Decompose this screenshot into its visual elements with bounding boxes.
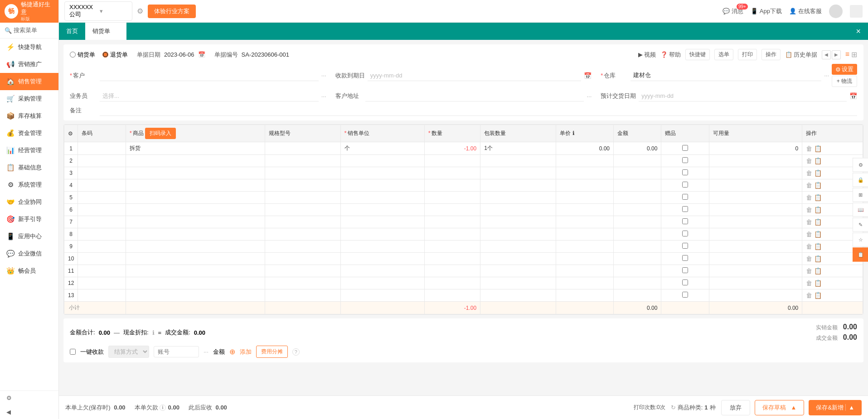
delete-row-btn[interactable]: 🗑 (806, 255, 812, 262)
sidebar-item-basic[interactable]: 📋基础信息 (0, 159, 58, 176)
cell-amount[interactable] (614, 167, 661, 179)
cell-amount[interactable] (614, 253, 661, 265)
copy-row-btn[interactable]: 📋 (814, 194, 822, 201)
add-icon[interactable]: ⊕ (229, 347, 235, 356)
cell-amount[interactable] (614, 241, 661, 253)
cell-quantity[interactable] (424, 265, 480, 277)
cell-spec[interactable] (265, 289, 340, 302)
cell-gift[interactable] (661, 289, 709, 302)
cell-amount[interactable]: 0.00 (614, 142, 661, 155)
sidebar-item-system[interactable]: ⚙系统管理 (0, 176, 58, 193)
copy-row-btn[interactable]: 📋 (814, 267, 822, 275)
scan-button[interactable]: 扫码录入 (145, 128, 176, 139)
cell-barcode[interactable] (78, 179, 126, 192)
shortcut-button[interactable]: 快捷键 (685, 49, 710, 60)
right-btn-qa[interactable]: 📖 (853, 202, 868, 217)
cell-unit-price[interactable] (556, 228, 614, 241)
cell-pack-qty[interactable]: 1个 (480, 142, 556, 155)
cell-amount[interactable] (614, 289, 661, 302)
gift-checkbox[interactable] (682, 218, 688, 224)
cell-barcode[interactable] (78, 167, 126, 179)
cell-amount[interactable] (614, 179, 661, 192)
cell-unit[interactable] (340, 289, 424, 302)
cell-spec[interactable] (265, 204, 340, 216)
cell-gift[interactable] (661, 253, 709, 265)
grid-layout-icon[interactable]: ⊞ (851, 50, 857, 59)
cell-unit[interactable] (340, 277, 424, 289)
cell-quantity[interactable] (424, 204, 480, 216)
cell-spec[interactable] (265, 192, 340, 204)
copy-row-btn[interactable]: 📋 (814, 182, 822, 189)
copy-row-btn[interactable]: 📋 (814, 157, 822, 164)
list-layout-icon[interactable]: ≡ (845, 50, 849, 59)
cell-quantity[interactable] (424, 289, 480, 302)
cell-unit-price[interactable] (556, 277, 614, 289)
radio-sale-input[interactable] (70, 52, 76, 58)
cell-unit-price[interactable] (556, 216, 614, 228)
cell-spec[interactable] (265, 241, 340, 253)
user-menu[interactable] (850, 5, 863, 18)
cell-gift[interactable] (661, 241, 709, 253)
right-btn-settings[interactable]: ⚙ (853, 158, 868, 172)
sidebar-item-sales[interactable]: 🏠销售管理 (0, 73, 58, 90)
sidebar-item-enterprise[interactable]: 🤝企业协同 (0, 193, 58, 211)
delete-row-btn[interactable]: 🗑 (806, 292, 812, 299)
cell-unit[interactable] (340, 241, 424, 253)
delete-row-btn[interactable]: 🗑 (806, 182, 812, 189)
cell-spec[interactable] (265, 228, 340, 241)
cell-unit[interactable] (340, 155, 424, 167)
right-btn-expand[interactable]: ⊞ (853, 188, 868, 202)
gift-checkbox[interactable] (682, 292, 688, 298)
payment-date-input[interactable] (368, 70, 582, 81)
gift-checkbox[interactable] (682, 279, 688, 285)
cell-quantity[interactable] (424, 155, 480, 167)
gift-checkbox[interactable] (682, 231, 688, 236)
gift-checkbox[interactable] (682, 267, 688, 273)
cell-quantity[interactable] (424, 241, 480, 253)
sidebar-item-wechat[interactable]: 💬企业微信 (0, 245, 58, 262)
cell-gift[interactable] (661, 142, 709, 155)
cell-product[interactable] (126, 192, 265, 204)
delete-row-btn[interactable]: 🗑 (806, 279, 812, 287)
cell-gift[interactable] (661, 204, 709, 216)
cell-product[interactable]: 拆货 (126, 142, 265, 155)
sidebar-bottom-settings[interactable]: ⚙ (0, 391, 58, 405)
sidebar-bottom-collapse[interactable]: ◀ (0, 405, 58, 419)
cell-amount[interactable] (614, 265, 661, 277)
gift-checkbox[interactable] (682, 182, 688, 188)
cell-barcode[interactable] (78, 265, 126, 277)
cell-pack-qty[interactable] (480, 253, 556, 265)
tab-close-button[interactable]: × (112, 28, 119, 35)
remark-input[interactable] (100, 105, 857, 116)
cell-barcode[interactable] (78, 204, 126, 216)
cell-quantity[interactable] (424, 216, 480, 228)
cell-barcode[interactable] (78, 192, 126, 204)
cell-pack-qty[interactable] (480, 155, 556, 167)
sidebar-item-inventory[interactable]: 📦库存核算 (0, 107, 58, 125)
settlement-method-select[interactable]: 结算方式 (108, 346, 149, 358)
cell-product[interactable] (126, 265, 265, 277)
warehouse-input[interactable] (630, 70, 821, 81)
gift-checkbox[interactable] (682, 206, 688, 212)
delete-row-btn[interactable]: 🗑 (806, 267, 812, 275)
gift-checkbox[interactable] (682, 157, 688, 163)
radio-return-input[interactable] (102, 52, 108, 58)
cell-spec[interactable] (265, 155, 340, 167)
cell-product[interactable] (126, 241, 265, 253)
delete-row-btn[interactable]: 🗑 (806, 169, 812, 177)
add-payment-btn[interactable]: 添加 (240, 348, 252, 356)
sidebar-item-marketing[interactable]: 📢营销推广 (0, 56, 58, 73)
cell-gift[interactable] (661, 179, 709, 192)
radio-return[interactable]: 退货单 (102, 51, 128, 59)
gift-checkbox[interactable] (682, 255, 688, 261)
cell-quantity[interactable] (424, 277, 480, 289)
cell-unit-price[interactable] (556, 179, 614, 192)
copy-row-btn[interactable]: 📋 (814, 243, 822, 250)
cell-barcode[interactable] (78, 216, 126, 228)
save-new-button[interactable]: 保存&新增 ▲ (809, 400, 862, 415)
cell-pack-qty[interactable] (480, 289, 556, 302)
cell-gift[interactable] (661, 277, 709, 289)
company-selector[interactable]: XXXXXX公司 ▾ (64, 1, 132, 21)
expense-split-button[interactable]: 费用分摊 (256, 346, 288, 358)
app-download-button[interactable]: 📱 App下载 (751, 7, 782, 15)
